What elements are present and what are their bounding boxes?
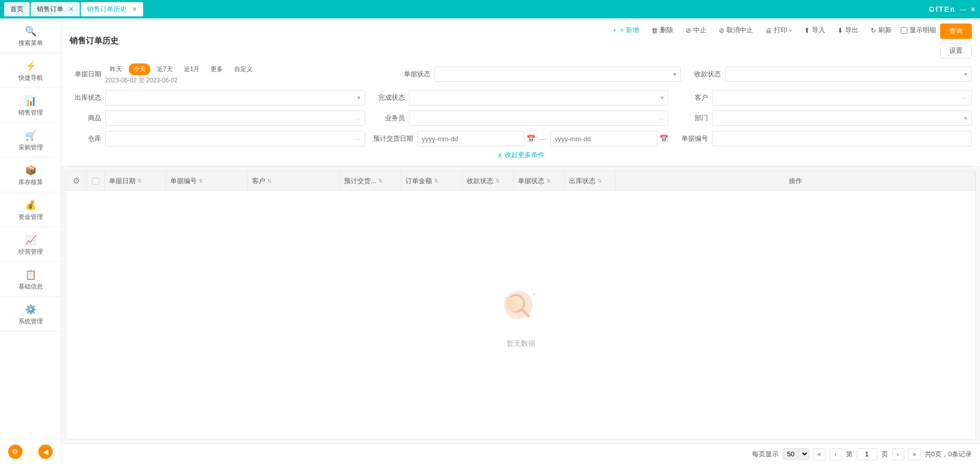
th-receipt-status[interactable]: 收款状态 ⇅ (463, 171, 514, 190)
gear-icon[interactable]: ⚙ (73, 176, 80, 186)
tab-home[interactable]: 首页 (4, 2, 30, 16)
sidebar-item-system[interactable]: ⚙️ 系统管理 (0, 297, 61, 332)
svg-text:✦: ✦ (532, 292, 536, 297)
refresh-button[interactable]: ↻ 刷新 (868, 24, 895, 37)
tab-sales-order-close[interactable]: ✕ (69, 6, 74, 13)
salesperson-label: 业务员 (373, 114, 409, 123)
salesperson-select[interactable]: ··· (409, 111, 669, 126)
last-page-btn[interactable]: » (908, 448, 921, 460)
collapse-arrow-icon: ∧ (497, 151, 503, 159)
th-date[interactable]: 单据日期 ⇅ (105, 171, 166, 190)
sidebar-item-search[interactable]: 🔍 搜索菜单 (0, 18, 61, 53)
th-amount-label: 订单金额 (405, 176, 432, 186)
sidebar-item-purchase[interactable]: 🛒 采购管理 (0, 123, 61, 158)
tab-sales-order[interactable]: 销售订单 ✕ (31, 2, 80, 16)
settings-button[interactable]: 设置 (940, 43, 972, 58)
receipt-status-select[interactable]: ▾ (725, 67, 972, 82)
sidebar-toggle-btn[interactable]: ◀ (38, 445, 53, 459)
stop-button[interactable]: ⊘ 中止 (682, 24, 710, 37)
first-page-btn[interactable]: « (813, 448, 826, 460)
minimize-btn[interactable]: — (960, 6, 966, 13)
query-button[interactable]: 查询 (940, 24, 972, 39)
cancel-stop-button[interactable]: ⊘ 取消中止 (716, 24, 756, 37)
display-detail-toggle[interactable]: 显示明细 (901, 26, 936, 35)
product-select[interactable]: ··· (105, 111, 365, 126)
th-doc-num[interactable]: 单据编号 ⇅ (166, 171, 248, 190)
filter-row-4: 仓库 ··· 预计交货日期 📅 — 📅 单据编号 (70, 131, 972, 146)
refresh-icon: ↻ (871, 27, 876, 34)
delivery-date-to[interactable] (550, 131, 657, 146)
sidebar-item-quicknav[interactable]: ⚡ 快捷导航 (0, 53, 61, 88)
calendar-to-icon[interactable]: 📅 (659, 135, 668, 143)
header-checkbox[interactable] (92, 178, 99, 185)
search-icon: 🔍 (25, 26, 36, 37)
display-detail-checkbox[interactable] (901, 27, 907, 34)
close-btn[interactable]: ✕ (970, 6, 976, 13)
sidebar-item-basicinfo[interactable]: 📋 基础信息 (0, 262, 61, 297)
th-receipt-status-label: 收款状态 (467, 176, 493, 186)
date-btn-more[interactable]: 更多 (206, 63, 227, 75)
th-doc-status[interactable]: 单据状态 ⇅ (514, 171, 565, 190)
warehouse-select[interactable]: ··· (105, 131, 365, 146)
page-label: 第 (846, 450, 853, 459)
sidebar: 🔍 搜索菜单 ⚡ 快捷导航 📊 销售管理 🛒 采购管理 📦 库存核算 💰 资金管… (0, 18, 61, 464)
doc-number-input[interactable] (712, 131, 972, 146)
date-btn-yesterday[interactable]: 昨天 (105, 63, 127, 75)
date-btn-today[interactable]: 今天 (129, 63, 150, 75)
sidebar-label-inventory: 库存核算 (18, 178, 43, 187)
delete-button[interactable]: 🗑 删除 (648, 24, 676, 37)
customer-select[interactable]: ··· (712, 90, 972, 105)
th-date-label: 单据日期 (109, 176, 135, 186)
th-amount[interactable]: 订单金额 ⇅ (401, 171, 463, 190)
import-label: 导入 (812, 26, 825, 35)
sidebar-item-operations[interactable]: 📈 经营管理 (0, 227, 61, 262)
sidebar-item-inventory[interactable]: 📦 库存核算 (0, 158, 61, 192)
page-title: 销售订单历史 (70, 36, 119, 47)
page-title-row: 销售订单历史 ＋ + 新增 🗑 删除 (70, 24, 972, 58)
completion-status-arrow: ▾ (660, 94, 664, 101)
display-detail-label: 显示明细 (909, 26, 936, 35)
warehouse-status-select[interactable]: ▾ (105, 90, 365, 105)
th-warehouse-status[interactable]: 出库状态 ⇅ (565, 171, 616, 190)
export-button[interactable]: ⬇ 导出 (834, 24, 861, 37)
prev-page-btn[interactable]: ‹ (830, 448, 842, 460)
sidebar-label-quicknav: 快捷导航 (18, 74, 43, 82)
tab-sales-order-history[interactable]: 销售订单历史 ✕ (81, 2, 143, 16)
doc-status-select[interactable]: ▾ (435, 67, 681, 82)
delivery-date-from[interactable] (417, 131, 525, 146)
sort-receipt-icon: ⇅ (495, 178, 499, 184)
import-button[interactable]: ⬆ 导入 (801, 24, 828, 37)
sort-docstatus-icon: ⇅ (546, 178, 551, 184)
department-select[interactable]: ▾ (712, 111, 972, 126)
tab-history-close[interactable]: ✕ (132, 6, 137, 13)
operations-icon: 📈 (25, 234, 36, 246)
top-bar: 首页 销售订单 ✕ 销售订单历史 ✕ OfTEn — ✕ (0, 0, 980, 18)
print-button[interactable]: 🖨 打印 ▾ (762, 24, 795, 37)
th-customer-label: 客户 (252, 176, 265, 186)
date-btn-7days[interactable]: 近7天 (152, 63, 177, 75)
date-buttons: 昨天 今天 近7天 近1月 更多 自定义 (105, 63, 391, 75)
page-number-input[interactable] (857, 448, 877, 460)
tab-sales-order-label: 销售订单 (37, 5, 63, 14)
import-icon: ⬆ (804, 27, 810, 34)
new-button[interactable]: ＋ + 新增 (608, 24, 642, 37)
completion-status-select[interactable]: ▾ (409, 90, 669, 105)
calendar-from-icon[interactable]: 📅 (527, 135, 535, 143)
sidebar-settings-btn[interactable]: ⚙ (8, 445, 22, 459)
th-settings[interactable]: ⚙ (66, 171, 86, 190)
next-page-btn[interactable]: › (892, 448, 904, 460)
page-size-select[interactable]: 50 10 20 100 (783, 448, 809, 460)
product-label: 商品 (70, 114, 105, 123)
date-btn-1month[interactable]: 近1月 (179, 63, 204, 75)
sort-delivery-icon: ⇅ (378, 178, 382, 184)
sort-amount-icon: ⇅ (434, 178, 438, 184)
sidebar-item-sales[interactable]: 📊 销售管理 (0, 88, 61, 123)
date-btn-custom[interactable]: 自定义 (230, 63, 257, 75)
svg-text:✦: ✦ (530, 288, 533, 292)
th-operation: 操作 (616, 171, 975, 190)
sidebar-item-capital[interactable]: 💰 资金管理 (0, 192, 61, 227)
th-delivery[interactable]: 预计交货... ⇅ (340, 171, 401, 190)
th-customer[interactable]: 客户 ⇅ (248, 171, 340, 190)
collapse-btn[interactable]: ∧ 收起更多条件 (70, 148, 972, 162)
toolbar: ＋ + 新增 🗑 删除 ⊘ 中止 (608, 24, 936, 37)
